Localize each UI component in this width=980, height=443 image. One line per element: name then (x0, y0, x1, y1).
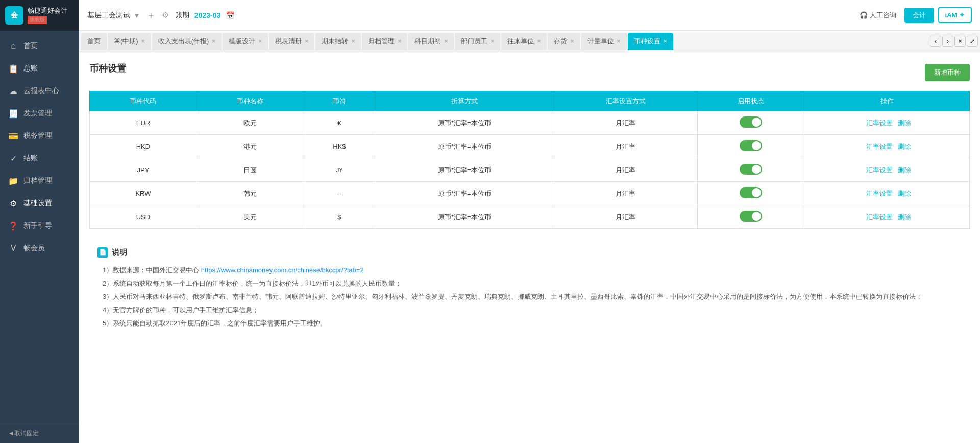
tab-close-currency[interactable]: × (664, 38, 667, 45)
delete-link-4[interactable]: 删除 (898, 213, 911, 221)
settings-icon[interactable]: ⚙ (162, 10, 169, 20)
tab-tax[interactable]: 税表清册× (269, 33, 314, 50)
rate-setting-link-4[interactable]: 汇率设置 (866, 213, 893, 221)
tab-close-department[interactable]: × (491, 38, 494, 45)
tab-archive[interactable]: 归档管理× (362, 33, 407, 50)
tab-label-currency: 币种设置 (634, 37, 660, 46)
tab-close-archive[interactable]: × (398, 38, 401, 45)
cell-actions: 汇率设置 删除 (804, 158, 970, 182)
sidebar-item-settings[interactable]: ⚙基础设置 (0, 192, 79, 215)
topbar-actions: 🎧 人工咨询 会计 iAM ✦ (855, 7, 972, 23)
tab-label-closing: 期末结转 (322, 37, 348, 46)
sidebar-item-invoice[interactable]: 🧾发票管理 (0, 102, 79, 125)
tab-close-units[interactable]: × (617, 38, 621, 45)
sidebar: 会 畅捷通好会计 旗舰版 ⌂首页📋总账☁云报表中心🧾发票管理💳税务管理✓结账📁归… (0, 0, 79, 443)
service-button[interactable]: 🎧 人工咨询 (855, 9, 900, 22)
tab-units[interactable]: 计量单位× (581, 33, 627, 50)
sidebar-item-member[interactable]: V畅会员 (0, 237, 79, 260)
tab-label-contacts: 往来单位 (507, 37, 534, 46)
tab-close-contacts[interactable]: × (537, 38, 541, 45)
company-selector[interactable]: 基层工会测试 ▼ (87, 11, 140, 20)
toggle-enabled-2[interactable] (740, 164, 762, 175)
tab-prev-button[interactable]: ‹ (930, 36, 941, 47)
sidebar-item-tax[interactable]: 💳税务管理 (0, 125, 79, 147)
cell-rate-type: 月汇率 (554, 182, 697, 205)
cell-enabled (697, 135, 804, 158)
rate-setting-link-0[interactable]: 汇率设置 (866, 119, 893, 127)
tab-label-archive: 归档管理 (368, 37, 395, 46)
tab-currency[interactable]: 币种设置× (628, 33, 673, 50)
sidebar-label-archive: 归档管理 (23, 176, 52, 185)
tab-close-all-button[interactable]: × (954, 36, 966, 47)
cell-calc: 原币*汇率=本位币 (375, 111, 554, 135)
toggle-enabled-3[interactable] (740, 187, 762, 198)
rate-setting-link-3[interactable]: 汇率设置 (866, 190, 893, 197)
tab-close-tax[interactable]: × (305, 38, 308, 45)
tab-maximize-button[interactable]: ⤢ (967, 36, 978, 47)
iamstar-button[interactable]: iAM ✦ (938, 7, 972, 23)
delete-link-1[interactable]: 删除 (898, 143, 911, 150)
cell-code: HKD (90, 135, 197, 158)
tab-close-template[interactable]: × (258, 38, 262, 45)
tab-contacts[interactable]: 往来单位× (501, 33, 547, 50)
notice-link[interactable]: https://www.chinamoney.com.cn/chinese/bk… (201, 266, 364, 274)
tab-label-inventory: 存货 (554, 37, 567, 46)
tab-income[interactable]: 收入支出表(年报)× (152, 33, 222, 50)
new-currency-button[interactable]: 新增币种 (925, 64, 970, 81)
toggle-enabled-1[interactable] (740, 140, 762, 151)
period-label: 账期 (175, 11, 189, 20)
sidebar-item-guide[interactable]: ❓新手引导 (0, 215, 79, 237)
tab-closing[interactable]: 期末结转× (315, 33, 361, 50)
sidebar-item-ledger[interactable]: 📋总账 (0, 57, 79, 80)
delete-link-2[interactable]: 删除 (898, 166, 911, 174)
cell-symbol: $ (304, 205, 375, 229)
rate-setting-link-2[interactable]: 汇率设置 (866, 166, 893, 174)
tab-period[interactable]: ⌘(中期)× (108, 33, 151, 50)
tab-template[interactable]: 模版设计× (223, 33, 268, 50)
sidebar-item-archive[interactable]: 📁归档管理 (0, 170, 79, 192)
logo-icon: 会 (5, 6, 23, 25)
company-name: 基层工会测试 (87, 11, 130, 20)
tab-label-subjects: 科目期初 (414, 37, 441, 46)
dropdown-icon: ▼ (133, 11, 140, 19)
cell-rate-type: 月汇率 (554, 111, 697, 135)
cell-name: 美元 (197, 205, 304, 229)
headset-icon: 🎧 (860, 11, 868, 19)
tab-close-closing[interactable]: × (351, 38, 355, 45)
tab-close-period[interactable]: × (141, 38, 145, 45)
cell-code: KRW (90, 182, 197, 205)
col-header: 启用状态 (697, 91, 804, 111)
account-button[interactable]: 会计 (904, 8, 934, 23)
notice-item: 5）系统只能自动抓取2021年度后的汇率，之前年度汇率需要用户手工维护。 (103, 317, 962, 330)
tab-close-inventory[interactable]: × (570, 38, 574, 45)
tabbar: 首页⌘(中期)×收入支出表(年报)×模版设计×税表清册×期末结转×归档管理×科目… (79, 31, 980, 52)
sidebar-item-reports[interactable]: ☁云报表中心 (0, 80, 79, 102)
tab-label-income: 收入支出表(年报) (158, 37, 209, 46)
logo-sub: 旗舰版 (28, 16, 47, 24)
tab-inventory[interactable]: 存货× (548, 33, 580, 50)
toggle-enabled-4[interactable] (740, 211, 762, 222)
sidebar-label-ledger: 总账 (23, 64, 38, 73)
tab-close-subjects[interactable]: × (444, 38, 448, 45)
toggle-enabled-0[interactable] (740, 116, 762, 128)
sidebar-label-guide: 新手引导 (23, 221, 52, 230)
tab-subjects[interactable]: 科目期初× (408, 33, 454, 50)
table-row: JPY 日圆 J¥ 原币*汇率=本位币 月汇率 汇率设置 删除 (90, 158, 970, 182)
sidebar-pin-toggle[interactable]: ◄取消固定 (0, 424, 79, 443)
tab-next-button[interactable]: › (942, 36, 953, 47)
tab-department[interactable]: 部门员工× (455, 33, 500, 50)
sidebar-item-closing[interactable]: ✓结账 (0, 147, 79, 170)
sidebar-item-home[interactable]: ⌂首页 (0, 35, 79, 57)
tab-label-tax: 税表清册 (275, 37, 302, 46)
tab-home[interactable]: 首页 (81, 33, 107, 50)
notice-title-block: 📄 说明 (97, 247, 962, 258)
delete-link-0[interactable]: 删除 (898, 119, 911, 127)
table-row: KRW 韩元 -- 原币*汇率=本位币 月汇率 汇率设置 删除 (90, 182, 970, 205)
delete-link-3[interactable]: 删除 (898, 190, 911, 197)
tab-close-income[interactable]: × (212, 38, 215, 45)
tab-nav-buttons: ‹ › × ⤢ (930, 36, 978, 47)
sidebar-label-home: 首页 (23, 41, 38, 51)
add-icon[interactable]: ＋ (146, 9, 156, 21)
calendar-icon[interactable]: 📅 (226, 11, 234, 19)
rate-setting-link-1[interactable]: 汇率设置 (866, 143, 893, 150)
